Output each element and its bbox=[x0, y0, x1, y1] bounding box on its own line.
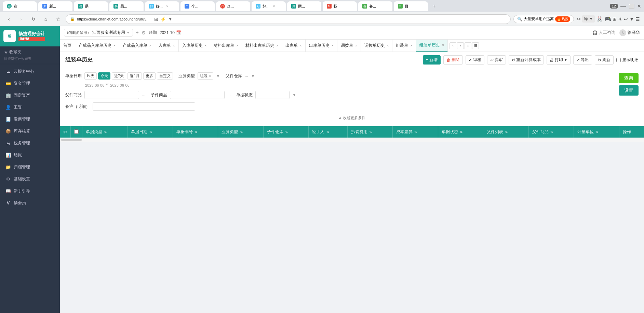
bookmark-button[interactable]: ☆ bbox=[53, 14, 63, 24]
date-btn-today[interactable]: 今天 bbox=[98, 72, 110, 80]
tab-material-out[interactable]: 材料出库单 × bbox=[210, 40, 242, 52]
order-status-select[interactable] bbox=[255, 91, 290, 99]
add-company-btn[interactable]: + bbox=[136, 30, 139, 36]
business-type-dropdown-icon[interactable]: ▼ bbox=[216, 74, 220, 79]
sidebar-favorites[interactable]: ★ 收藏夹 快捷键打开收藏夹 bbox=[0, 46, 60, 64]
col-order-number[interactable]: 单据编号 ⇅ bbox=[173, 126, 218, 138]
browser-tab-11[interactable]: 各 各... bbox=[358, 1, 392, 11]
sidebar-item-guide[interactable]: 📖 新手引导 bbox=[0, 185, 60, 197]
tab-close-4[interactable]: × bbox=[205, 44, 207, 47]
add-button[interactable]: + 新增 bbox=[423, 55, 441, 65]
browser-search-box[interactable]: 🔍 大量安卓用户逃离 🔥 热搜 bbox=[513, 15, 574, 23]
address-bar[interactable]: 🔒 https://cloud.chanjet.com/accounting/u… bbox=[66, 14, 511, 24]
sidebar-item-payroll[interactable]: 👤 工资 bbox=[0, 101, 60, 113]
review-button[interactable]: ✔ 审核 bbox=[466, 55, 484, 65]
recalculate-button[interactable]: ↺ 重新计算成本 bbox=[509, 55, 544, 65]
tab-close-1[interactable]: × bbox=[113, 44, 116, 47]
export-button[interactable]: ↗ 导出 bbox=[573, 55, 592, 65]
date-btn-1month[interactable]: 近1月 bbox=[128, 72, 142, 80]
tab-finished-goods-history[interactable]: 产成品入库单历史 × bbox=[75, 40, 119, 52]
translate-icon[interactable]: 译 ▼ bbox=[582, 15, 595, 23]
browser-tab-8[interactable]: 好 好... × bbox=[252, 1, 286, 11]
tab-outbound[interactable]: 出库单 × bbox=[282, 40, 306, 52]
sidebar-item-finance[interactable]: 💳 资金管理 bbox=[0, 77, 60, 89]
browser-tab-7[interactable]: C 企... bbox=[216, 1, 250, 11]
tab-inbound-history[interactable]: 入库单历史 × bbox=[179, 40, 211, 52]
select-all-checkbox[interactable] bbox=[74, 129, 79, 134]
browser-tab-1[interactable]: 在 在... bbox=[3, 1, 37, 11]
tab-close-8[interactable]: × bbox=[332, 44, 334, 47]
table-settings-th[interactable]: ⚙ bbox=[60, 126, 71, 138]
order-status-dropdown-icon[interactable]: ▼ bbox=[292, 93, 296, 97]
calendar-icon[interactable]: 📅 bbox=[176, 30, 181, 35]
browser-tab-6[interactable]: 个 个... bbox=[180, 1, 215, 11]
col-disassembly-cost[interactable]: 拆装费用 ⇅ bbox=[347, 126, 392, 138]
abandon-button[interactable]: ↩ 弃审 bbox=[487, 55, 506, 65]
emoji-icon[interactable]: 🐰 bbox=[596, 16, 603, 22]
col-business-type[interactable]: 业务类型 ⇅ bbox=[218, 126, 263, 138]
browser-tab-2[interactable]: 新 新... bbox=[38, 1, 72, 11]
brightness-icon[interactable]: ☀ bbox=[618, 16, 622, 22]
print-button[interactable]: 🖨 打印 ▼ bbox=[547, 55, 571, 65]
sidebar-item-tax[interactable]: 🖨 税务管理 bbox=[0, 137, 60, 149]
minimize-icon[interactable]: — bbox=[620, 3, 626, 9]
sidebar-item-invoice[interactable]: 🧾 发票管理 bbox=[0, 113, 60, 125]
browser-tab-active[interactable]: 好 好... × bbox=[145, 1, 179, 11]
sidebar-item-fixed-assets[interactable]: 🏢 固定资产 bbox=[0, 89, 60, 101]
table-checkbox-th[interactable] bbox=[71, 126, 82, 138]
tab-home[interactable]: 首页 bbox=[60, 40, 75, 52]
tab-close-9[interactable]: × bbox=[355, 44, 357, 47]
horizontal-scrollbar-thumb[interactable] bbox=[61, 139, 82, 141]
forward-button[interactable]: › bbox=[16, 14, 26, 24]
flash-icon[interactable]: ⚡ bbox=[160, 16, 166, 22]
tab-transfer[interactable]: 调拨单 × bbox=[337, 40, 361, 52]
menu-icon[interactable]: ☰ bbox=[635, 16, 640, 22]
date-btn-custom[interactable]: 自定义 bbox=[157, 72, 173, 80]
parent-warehouse-more-icon[interactable]: ··· bbox=[245, 74, 248, 79]
show-detail-toggle[interactable]: 显示明细 bbox=[616, 57, 639, 63]
browser-tab-3[interactable]: 易 易... bbox=[74, 1, 108, 11]
company-settings-btn[interactable]: ⚙ bbox=[142, 30, 146, 35]
tab-close-3[interactable]: × bbox=[173, 44, 175, 47]
col-unit[interactable]: 计量单位 ⇅ bbox=[574, 126, 619, 138]
new-tab-button[interactable]: + bbox=[429, 1, 439, 11]
browser-tab-10[interactable]: M 畅... bbox=[323, 1, 357, 11]
tab-more-options[interactable]: ☰ bbox=[472, 42, 479, 49]
grid-icon[interactable]: ⊞ bbox=[154, 16, 158, 22]
browser-tab-12[interactable]: S 目... bbox=[394, 1, 428, 11]
game-icon[interactable]: 🎮 bbox=[604, 16, 611, 22]
remark-input[interactable] bbox=[93, 102, 195, 111]
scrollbar-area[interactable] bbox=[60, 138, 644, 142]
parent-warehouse-dropdown-icon[interactable]: ▼ bbox=[251, 74, 255, 79]
parent-product-input[interactable] bbox=[84, 91, 139, 99]
dropdown-icon[interactable]: ▼ bbox=[168, 17, 172, 22]
tab-close-6[interactable]: × bbox=[276, 44, 278, 47]
tab-close-current[interactable]: × bbox=[465, 42, 471, 49]
parent-product-more-icon[interactable]: ··· bbox=[142, 93, 145, 97]
col-order-status[interactable]: 单据状态 ⇅ bbox=[438, 126, 483, 138]
sidebar-item-settings[interactable]: ⚙ 基础设置 bbox=[0, 173, 60, 185]
business-type-tag-close[interactable]: × bbox=[209, 74, 211, 78]
tab-scroll-left[interactable]: ‹ bbox=[450, 42, 456, 49]
sidebar-item-member[interactable]: V 畅会员 bbox=[0, 197, 60, 209]
user-info[interactable]: 人 徐泽华 bbox=[619, 29, 640, 36]
tab-close-7[interactable]: × bbox=[300, 44, 302, 47]
maximize-icon[interactable]: ⬜ bbox=[629, 3, 634, 9]
col-child-warehouse[interactable]: 子件仓库 ⇅ bbox=[263, 126, 308, 138]
table-settings-icon[interactable]: ⚙ bbox=[63, 130, 67, 134]
col-parent-list[interactable]: 父件列表 ⇅ bbox=[483, 126, 528, 138]
tab-assembly-history[interactable]: 组装单历史 × bbox=[416, 40, 448, 52]
service-button[interactable]: 🎧 人工咨询 bbox=[592, 30, 615, 35]
col-order-date[interactable]: 单据日期 ⇅ bbox=[128, 126, 173, 138]
tab-close-10[interactable]: × bbox=[387, 44, 389, 47]
col-handler[interactable]: 经手人 ⇅ bbox=[309, 126, 347, 138]
sidebar-item-cloud-reports[interactable]: ☁ 云报表中心 bbox=[0, 66, 60, 77]
tab-finished-goods[interactable]: 产成品入库单 × bbox=[119, 40, 155, 52]
col-cost-variance[interactable]: 成本差异 ⇅ bbox=[393, 126, 438, 138]
child-product-more-icon[interactable]: ··· bbox=[227, 93, 231, 97]
refresh-button[interactable]: ↻ 刷新 bbox=[595, 55, 614, 65]
sidebar-item-archive[interactable]: 📁 归档管理 bbox=[0, 161, 60, 173]
query-button[interactable]: 查询 bbox=[619, 73, 639, 83]
scissors-icon[interactable]: ✂ bbox=[577, 16, 581, 22]
tab-close-5[interactable]: × bbox=[236, 44, 238, 47]
